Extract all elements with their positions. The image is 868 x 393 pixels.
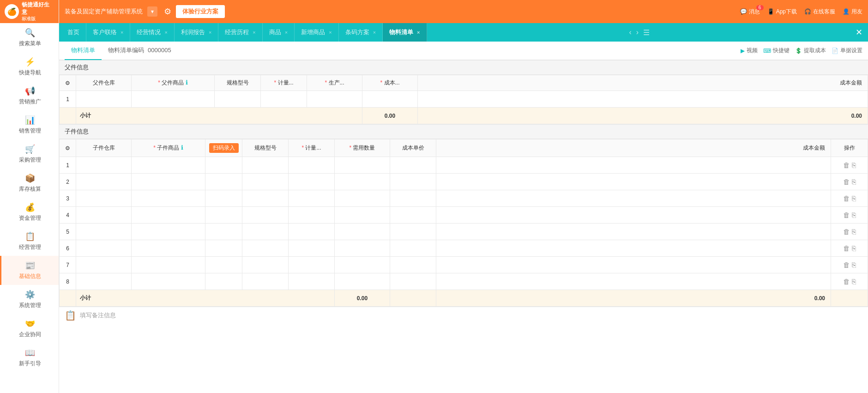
copy-icon-3[interactable]: ⎘: [852, 194, 856, 202]
sidebar-item-sales[interactable]: 📊 销售管理: [0, 110, 59, 139]
tab-barcode-close[interactable]: ×: [373, 30, 376, 35]
tab-profit-close[interactable]: ×: [209, 30, 211, 35]
sidebar-item-finance[interactable]: 💰 资金管理: [0, 198, 59, 227]
delete-icon-6[interactable]: 🗑: [843, 244, 850, 252]
sidebar-item-operations[interactable]: 📋 经营管理: [0, 227, 59, 256]
video-btn[interactable]: ▶ 视频: [741, 47, 758, 54]
parent-cell-unit[interactable]: [261, 91, 307, 108]
tab-new-product-close[interactable]: ×: [329, 30, 332, 35]
copy-icon-6[interactable]: ⎘: [852, 244, 856, 252]
parent-subtotal-cost-value: 0.00: [418, 108, 868, 124]
parent-subtotal-row: 小计 0.00 0.00: [60, 108, 868, 124]
parent-cell-production[interactable]: [307, 91, 362, 108]
tab-customer-close[interactable]: ×: [121, 30, 123, 35]
tab-prev-arrow[interactable]: ‹: [627, 27, 633, 37]
tab-profit[interactable]: 利润报告 ×: [175, 23, 218, 42]
tab-home[interactable]: 首页: [61, 23, 86, 42]
copy-icon-4[interactable]: ⎘: [852, 211, 856, 219]
tab-history[interactable]: 经营历程 ×: [218, 23, 262, 42]
tab-history-close[interactable]: ×: [253, 30, 255, 35]
parent-cell-spec[interactable]: [215, 91, 261, 108]
system-icon: ⚙️: [25, 290, 35, 300]
child-cell-actions-1: 🗑 ⎘: [831, 157, 868, 174]
child-cell-spec-1[interactable]: [242, 157, 289, 174]
close-all-tabs[interactable]: ✕: [852, 27, 866, 37]
child-cell-product-2[interactable]: [132, 174, 205, 190]
tab-new-product[interactable]: 新增商品 ×: [295, 23, 338, 42]
delete-icon-1[interactable]: 🗑: [843, 161, 850, 169]
parent-row-num: 1: [60, 91, 76, 108]
child-cell-warehouse-1[interactable]: [76, 157, 132, 174]
child-cell-unit-1[interactable]: [289, 157, 335, 174]
child-cell-quantity-2[interactable]: [335, 174, 390, 190]
topbar-right: 💬 消息 6 📱 App下载 🎧 在线客服 👤 用友: [740, 8, 862, 16]
tab-barcode[interactable]: 条码方案 ×: [339, 23, 383, 42]
cost-btn[interactable]: 💲 提取成本: [795, 47, 826, 54]
delete-icon-3[interactable]: 🗑: [843, 194, 850, 202]
child-row-5: 5 🗑 ⎘: [60, 224, 868, 240]
parent-cell-warehouse[interactable]: [76, 91, 132, 108]
shortcut-btn[interactable]: ⌨ 快捷键: [763, 47, 790, 54]
child-cell-unit-2[interactable]: [289, 174, 335, 190]
child-col-settings[interactable]: ⚙: [60, 139, 76, 157]
copy-icon-5[interactable]: ⎘: [852, 228, 856, 236]
bottom-bar: 📋 填写备注信息: [59, 307, 868, 324]
service-item[interactable]: 🎧 在线客服: [804, 8, 835, 16]
parent-col-unit: * 计量...: [261, 75, 307, 91]
parent-col-settings[interactable]: ⚙: [60, 75, 76, 91]
parent-cell-product[interactable]: [132, 91, 215, 108]
tab-operations-report[interactable]: 经营情况 ×: [130, 23, 174, 42]
tab-list-icon[interactable]: ☰: [641, 27, 651, 38]
sidebar-item-marketing[interactable]: 📢 营销推广: [0, 81, 59, 110]
copy-icon-2[interactable]: ⎘: [852, 178, 856, 186]
sidebar-item-basic-info[interactable]: 📰 基础信息: [0, 256, 59, 285]
parent-cell-cost[interactable]: [362, 91, 418, 108]
child-cell-unit-cost-2[interactable]: [390, 174, 436, 190]
delete-icon-4[interactable]: 🗑: [843, 211, 850, 219]
single-settings-btn[interactable]: 📄 单据设置: [832, 47, 862, 54]
child-subtotal-quantity: 0.00: [335, 290, 390, 307]
tab-nav-arrows: ‹ › ☰: [627, 27, 651, 38]
sidebar-item-search[interactable]: 🔍 搜索菜单: [0, 23, 59, 52]
sidebar-item-system[interactable]: ⚙️ 系统管理: [0, 285, 59, 314]
child-col-scan[interactable]: 扫码录入: [205, 139, 242, 157]
delete-icon-2[interactable]: 🗑: [843, 178, 850, 186]
system-dropdown[interactable]: ▾: [147, 6, 157, 17]
tab-product[interactable]: 商品 ×: [263, 23, 295, 42]
child-cell-warehouse-2[interactable]: [76, 174, 132, 190]
tab-bom[interactable]: 物料清单 ×: [383, 23, 427, 42]
settings-icon[interactable]: ⚙: [164, 6, 171, 17]
sidebar-item-enterprise[interactable]: 🤝 企业协同: [0, 314, 59, 343]
sub-tab-bom-list[interactable]: 物料清单: [65, 42, 102, 60]
child-cell-product-1[interactable]: [132, 157, 205, 174]
parent-product-info-icon: ℹ: [186, 79, 188, 86]
tab-next-arrow[interactable]: ›: [634, 27, 640, 37]
tab-operations-report-close[interactable]: ×: [164, 30, 167, 35]
sidebar-item-guide[interactable]: 📖 新手引导: [0, 343, 59, 372]
user-item[interactable]: 👤 用友: [843, 8, 862, 16]
app-download-item[interactable]: 📱 App下载: [767, 8, 797, 16]
copy-icon-7[interactable]: ⎘: [852, 261, 856, 269]
message-item[interactable]: 💬 消息 6: [740, 8, 760, 16]
sidebar-item-quick-nav[interactable]: ⚡ 快捷导航: [0, 52, 59, 81]
sidebar: 🍊 畅捷通好生意 标准版 🔍 搜索菜单 ⚡ 快捷导航 📢 营销推广 📊 销售管理…: [0, 0, 59, 393]
sidebar-item-inventory[interactable]: 📦 库存核算: [0, 169, 59, 198]
child-cell-quantity-1[interactable]: [335, 157, 390, 174]
sidebar-item-purchase[interactable]: 🛒 采购管理: [0, 139, 59, 169]
tab-customer[interactable]: 客户联络 ×: [86, 23, 130, 42]
tab-bom-close[interactable]: ×: [417, 30, 420, 35]
scan-btn[interactable]: 扫码录入: [209, 143, 239, 153]
child-subtotal-cost: 0.00: [436, 290, 831, 307]
child-row-2: 2 🗑 ⎘: [60, 174, 868, 190]
copy-icon-8[interactable]: ⎘: [852, 278, 856, 285]
bottom-text[interactable]: 填写备注信息: [80, 311, 116, 320]
tab-product-close[interactable]: ×: [285, 30, 288, 35]
delete-icon-7[interactable]: 🗑: [843, 261, 850, 269]
parent-col-cost-amount: 成本金额: [418, 75, 868, 91]
delete-icon-5[interactable]: 🗑: [843, 228, 850, 236]
trial-button[interactable]: 体验行业方案: [176, 5, 225, 18]
copy-icon-1[interactable]: ⎘: [852, 161, 856, 169]
delete-icon-8[interactable]: 🗑: [843, 278, 850, 285]
child-cell-unit-cost-1[interactable]: [390, 157, 436, 174]
child-cell-spec-2[interactable]: [242, 174, 289, 190]
